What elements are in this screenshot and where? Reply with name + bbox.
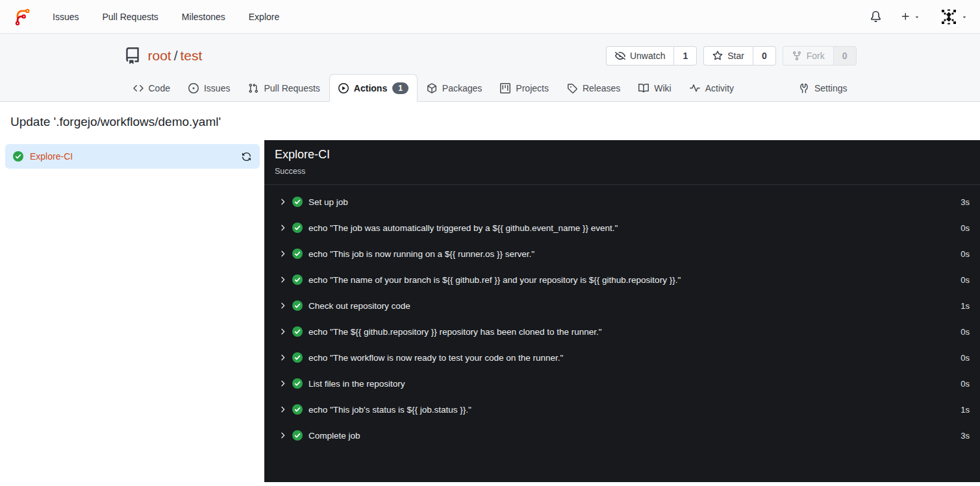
step-row[interactable]: Set up job 3s: [278, 189, 970, 215]
tab-code[interactable]: Code: [124, 74, 179, 102]
bell-icon: [870, 11, 881, 22]
chevron-right-icon[interactable]: [278, 405, 287, 414]
check-circle-icon: [292, 326, 303, 337]
step-name: echo "This job's status is ${{ job.statu…: [308, 405, 961, 415]
tab-label: Pull Requests: [264, 83, 320, 93]
nav-issues[interactable]: Issues: [53, 12, 79, 22]
watchers-count[interactable]: 1: [673, 46, 697, 66]
step-name: Check out repository code: [308, 301, 961, 311]
chevron-right-icon[interactable]: [278, 379, 287, 388]
issue-opened-icon: [188, 83, 199, 93]
play-circle-icon: [338, 83, 349, 93]
tab-actions[interactable]: Actions 1: [329, 74, 418, 102]
tools-icon: [799, 83, 809, 93]
check-circle-icon: [292, 378, 303, 389]
tab-activity[interactable]: Activity: [681, 74, 743, 102]
step-row[interactable]: Check out repository code 1s: [278, 293, 970, 319]
check-circle-icon: [292, 197, 303, 207]
tab-projects[interactable]: Projects: [491, 74, 558, 102]
repo-title-row: root/test Unwatch 1 Star 0: [124, 34, 857, 74]
step-row[interactable]: echo "This job's status is ${{ job.statu…: [278, 396, 970, 422]
project-board-icon: [500, 83, 510, 93]
step-row[interactable]: Complete job 3s: [278, 422, 970, 448]
user-menu-dropdown[interactable]: [940, 8, 968, 26]
unwatch-label: Unwatch: [630, 51, 665, 61]
package-icon: [427, 83, 437, 93]
fork-label: Fork: [807, 51, 825, 61]
book-open-icon: [638, 83, 649, 93]
check-circle-icon: [292, 249, 303, 259]
unwatch-button[interactable]: Unwatch: [606, 46, 673, 66]
tab-packages[interactable]: Packages: [418, 74, 491, 102]
step-row[interactable]: echo "The job was automatically triggere…: [278, 215, 970, 241]
step-row[interactable]: echo "The workflow is now ready to test …: [278, 345, 970, 371]
repo-name-link[interactable]: test: [181, 48, 203, 63]
job-title: Explore-CI: [275, 148, 970, 162]
step-name: echo "The workflow is now ready to test …: [308, 353, 961, 363]
actions-count-badge: 1: [392, 82, 408, 94]
chevron-right-icon[interactable]: [278, 223, 287, 232]
pulse-icon: [690, 83, 700, 93]
job-item-explore-ci[interactable]: Explore-CI: [5, 144, 260, 169]
repo-breadcrumb: root/test: [148, 48, 203, 64]
job-status-text: Success: [275, 167, 970, 176]
tab-label: Activity: [705, 83, 734, 93]
repo-owner-link[interactable]: root: [148, 48, 171, 63]
step-row[interactable]: List files in the repository 0s: [278, 371, 970, 396]
step-duration: 0s: [961, 223, 970, 233]
step-duration: 3s: [961, 431, 970, 441]
breadcrumb-separator: /: [174, 48, 178, 63]
tag-icon: [567, 83, 577, 93]
tab-issues[interactable]: Issues: [179, 74, 239, 102]
tab-releases[interactable]: Releases: [558, 74, 629, 102]
repo-tabs: Code Issues Pull Requests Actions 1 Pack…: [124, 74, 857, 102]
tab-label: Issues: [204, 83, 230, 93]
step-name: echo "The ${{ github.repository }} repos…: [308, 327, 961, 337]
chevron-right-icon[interactable]: [278, 249, 287, 258]
step-duration: 3s: [961, 197, 970, 207]
rerun-icon[interactable]: [242, 152, 251, 162]
caret-down-icon: [914, 14, 920, 20]
stars-count[interactable]: 0: [753, 46, 776, 66]
fork-icon: [792, 51, 802, 61]
repo-header: root/test Unwatch 1 Star 0: [0, 34, 980, 102]
nav-milestones[interactable]: Milestones: [182, 12, 225, 22]
nav-pull-requests[interactable]: Pull Requests: [102, 12, 158, 22]
chevron-right-icon[interactable]: [278, 301, 287, 310]
chevron-right-icon[interactable]: [278, 197, 287, 206]
tab-wiki[interactable]: Wiki: [629, 74, 680, 102]
job-log-header: Explore-CI Success: [264, 140, 980, 185]
step-duration: 1s: [961, 301, 970, 311]
step-name: Set up job: [308, 197, 961, 207]
chevron-right-icon[interactable]: [278, 275, 287, 284]
create-new-dropdown[interactable]: [901, 12, 920, 21]
tab-label: Settings: [814, 83, 848, 93]
nav-explore[interactable]: Explore: [249, 12, 279, 22]
forks-count: 0: [833, 46, 857, 66]
forgejo-logo[interactable]: [12, 7, 32, 27]
step-row[interactable]: echo "This job is now running on a ${{ r…: [278, 241, 970, 267]
repo-icon: [124, 47, 141, 64]
tab-pull-requests[interactable]: Pull Requests: [239, 74, 329, 102]
chevron-right-icon[interactable]: [278, 327, 287, 336]
notifications-button[interactable]: [870, 11, 881, 22]
tab-label: Releases: [583, 83, 620, 93]
star-button-group: Star 0: [703, 46, 775, 66]
step-name: echo "The name of your branch is ${{ git…: [308, 275, 961, 285]
step-name: echo "The job was automatically triggere…: [308, 223, 961, 233]
check-circle-icon: [292, 404, 303, 415]
step-row[interactable]: echo "The ${{ github.repository }} repos…: [278, 319, 970, 345]
check-circle-icon: [292, 352, 303, 363]
tab-label: Code: [149, 83, 170, 93]
fork-button: Fork: [783, 46, 833, 66]
steps-list: Set up job 3s echo "The job was automati…: [264, 185, 980, 448]
star-icon: [712, 51, 723, 61]
repo-action-buttons: Unwatch 1 Star 0 Fork 0: [606, 46, 857, 66]
step-row[interactable]: echo "The name of your branch is ${{ git…: [278, 267, 970, 293]
tab-settings[interactable]: Settings: [790, 74, 857, 102]
user-avatar: [940, 8, 958, 26]
navbar-links: Issues Pull Requests Milestones Explore: [53, 12, 279, 22]
star-button[interactable]: Star: [703, 46, 753, 66]
chevron-right-icon[interactable]: [278, 431, 287, 440]
chevron-right-icon[interactable]: [278, 353, 287, 362]
